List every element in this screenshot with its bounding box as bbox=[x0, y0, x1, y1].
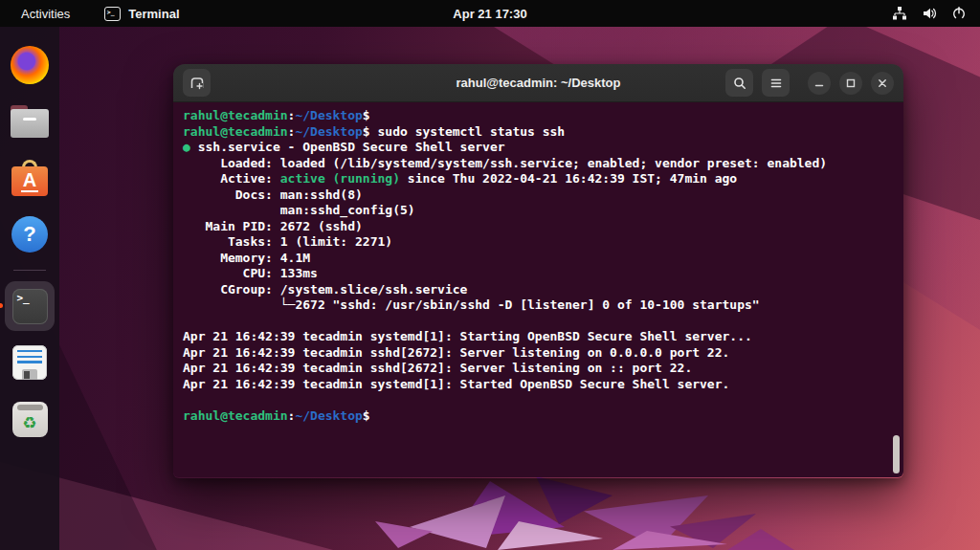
scrollbar-thumb[interactable] bbox=[893, 435, 900, 473]
dock-item-files[interactable] bbox=[5, 97, 55, 146]
terminal-line: Docs: man:sshd(8) bbox=[183, 187, 894, 204]
dock-item-ubuntu-software[interactable]: A bbox=[5, 153, 55, 203]
maximize-button[interactable] bbox=[839, 72, 862, 95]
search-button[interactable] bbox=[725, 69, 753, 97]
terminal-line: Apr 21 16:42:39 tecadmin systemd[1]: Sta… bbox=[183, 329, 894, 345]
terminal-line: Memory: 4.1M bbox=[183, 251, 894, 267]
minimize-button[interactable] bbox=[808, 72, 831, 95]
new-tab-icon bbox=[189, 75, 206, 92]
terminal-titlebar[interactable]: rahul@tecadmin: ~/Desktop bbox=[173, 64, 903, 102]
help-icon: ? bbox=[11, 216, 48, 253]
wallpaper-polygon bbox=[410, 495, 505, 548]
terminal-output[interactable]: rahul@tecadmin:~/Desktop$rahul@tecadmin:… bbox=[173, 102, 903, 477]
trash-icon: ♻ bbox=[12, 402, 48, 437]
terminal-line: man:sshd_config(5) bbox=[183, 203, 894, 219]
terminal-line: Loaded: loaded (/lib/systemd/system/ssh.… bbox=[183, 156, 894, 172]
maximize-icon bbox=[845, 77, 857, 89]
terminal-icon: >_ bbox=[12, 289, 48, 324]
volume-icon[interactable] bbox=[922, 6, 937, 21]
wallpaper-polygon bbox=[727, 529, 794, 550]
system-tray bbox=[892, 6, 980, 21]
dock-item-firefox[interactable] bbox=[5, 40, 55, 90]
floppy-text-editor-icon bbox=[12, 345, 47, 380]
dock-item-text-editor[interactable] bbox=[5, 338, 55, 387]
network-wired-icon[interactable] bbox=[892, 6, 907, 21]
terminal-lines: rahul@tecadmin:~/Desktop$rahul@tecadmin:… bbox=[183, 108, 894, 424]
new-tab-button[interactable] bbox=[183, 69, 211, 97]
hamburger-menu-icon bbox=[768, 76, 784, 91]
wallpaper-polygon bbox=[375, 515, 433, 548]
terminal-line: └─2672 "sshd: /usr/sbin/sshd -D [listene… bbox=[183, 297, 894, 314]
dock-item-help[interactable]: ? bbox=[5, 209, 55, 259]
terminal-window: rahul@tecadmin: ~/Desktop bbox=[173, 64, 903, 478]
terminal-line: Tasks: 1 (limit: 2271) bbox=[183, 234, 894, 251]
top-bar: Activities >_ Terminal Apr 21 17:30 bbox=[0, 0, 980, 27]
dock-separator bbox=[13, 270, 46, 271]
close-icon bbox=[877, 77, 888, 89]
firefox-icon bbox=[11, 46, 49, 84]
terminal-line: Apr 21 16:42:39 tecadmin sshd[2672]: Ser… bbox=[183, 361, 894, 377]
terminal-line: ● ssh.service - OpenBSD Secure Shell ser… bbox=[183, 140, 894, 156]
terminal-line: Active: active (running) since Thu 2022-… bbox=[183, 171, 894, 187]
terminal-line: Apr 21 16:42:39 tecadmin sshd[2672]: Ser… bbox=[183, 345, 894, 362]
terminal-line: CGroup: /system.slice/ssh.service bbox=[183, 282, 894, 298]
power-icon[interactable] bbox=[951, 6, 967, 21]
search-icon bbox=[732, 76, 747, 91]
terminal-line: rahul@tecadmin:~/Desktop$ sudo systemctl… bbox=[183, 124, 894, 141]
terminal-line: rahul@tecadmin:~/Desktop$ bbox=[183, 108, 894, 124]
menu-button[interactable] bbox=[762, 69, 790, 97]
terminal-line: Apr 21 16:42:39 tecadmin systemd[1]: Sta… bbox=[183, 377, 894, 393]
terminal-line: rahul@tecadmin:~/Desktop$ bbox=[183, 408, 894, 425]
dock: A ? >_ ♻ bbox=[0, 27, 59, 550]
terminal-line bbox=[183, 314, 894, 330]
terminal-line: Main PID: 2672 (sshd) bbox=[183, 219, 894, 235]
terminal-line: CPU: 133ms bbox=[183, 266, 894, 282]
ubuntu-software-icon: A bbox=[11, 159, 49, 197]
dock-item-terminal[interactable]: >_ bbox=[5, 281, 55, 331]
terminal-line bbox=[183, 392, 894, 408]
close-button[interactable] bbox=[871, 72, 894, 95]
files-folder-icon bbox=[11, 109, 49, 139]
clock-button[interactable]: Apr 21 17:30 bbox=[0, 7, 980, 21]
minimize-icon bbox=[813, 77, 825, 89]
dock-item-trash[interactable]: ♻ bbox=[5, 394, 55, 444]
